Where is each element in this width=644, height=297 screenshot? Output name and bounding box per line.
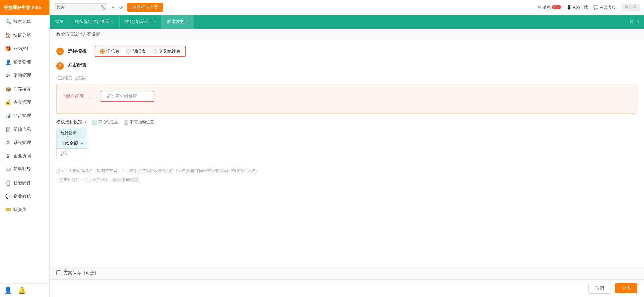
sidebar-bottom-icon2[interactable]: 🔔 (18, 286, 26, 294)
marketing-icon: 🎁 (5, 46, 11, 51)
tips-line1: 提示： 1.拖动标题栏可以调整布局，不可跨维度或指标区域拖动栏目字段(只能在同一… (56, 167, 637, 175)
step2-label: 方案配置 (68, 62, 87, 68)
sidebar-item-corp-collab[interactable]: 🖥 企业协同 (0, 149, 49, 163)
newbie-icon: 📖 (5, 167, 11, 172)
topbar: 🔍 ▼ ⚙ 体验行业方案 ✉ 消息 99+ 📱 App下载 💬 在线客服 用户名 (50, 0, 644, 15)
legend-draggable: 可拖动位置 (92, 119, 118, 125)
step1-num: 1 (56, 48, 64, 55)
app-download-btn[interactable]: 📱 App下载 (567, 5, 588, 10)
save-checkbox[interactable] (56, 270, 61, 275)
tab-home-label: 首页 (55, 19, 64, 25)
step2-num: 2 (56, 62, 64, 70)
sidebar-item-purchase[interactable]: 🛍 采购管理 (0, 69, 49, 82)
dimension-arrow: —— (88, 94, 97, 99)
save-label: 方案保存（可选） (64, 270, 99, 276)
tab-expand-icon[interactable]: ⤢ (636, 19, 640, 24)
sidebar-item-sales[interactable]: 👤 销售管理 (0, 55, 49, 69)
tab-bank-flow-close[interactable]: × (112, 19, 114, 24)
sidebar-item-label: 企业协同 (13, 153, 31, 159)
sidebar-item-label: 畅会员 (13, 207, 26, 213)
footer: 方案保存（可选） (50, 266, 644, 279)
sidebar-bottom-icon1[interactable]: 👤 (4, 286, 12, 294)
message-btn[interactable]: ✉ 消息 99+ (538, 5, 561, 10)
tab-receipt-stat[interactable]: 收款情况统计 × (120, 15, 161, 29)
sidebar-item-label: 系统管理 (13, 140, 31, 146)
search-input[interactable] (54, 3, 107, 11)
logo-tag: 标准版 (32, 5, 42, 10)
tab-new-plan[interactable]: 新建方案 × (161, 15, 194, 29)
service-btn[interactable]: 💬 在线客服 (593, 5, 616, 10)
operations-icon: 📊 (5, 113, 11, 118)
form-area: 1 选择模板 汇总表 明细表 交叉统计表 (50, 40, 644, 266)
sidebar-item-inventory[interactable]: 📦 库存核算 (0, 82, 49, 96)
sidebar-item-label: 资金管理 (13, 99, 31, 105)
dimension-area: 纵向维度 —— 请选择分组维度 (56, 84, 637, 114)
user-name[interactable]: 用户名 (621, 4, 640, 11)
tab-new-plan-label: 新建方案 (167, 19, 184, 25)
app-label: App下载 (573, 5, 588, 10)
radio-detail-circle (126, 49, 131, 54)
step2-row: 2 方案配置 (56, 62, 637, 70)
sidebar-item-basic-info[interactable]: 📋 基础信息 (0, 122, 49, 136)
message-icon: ✉ (538, 5, 541, 10)
system-icon: ⚙ (5, 140, 11, 145)
app-icon: 📱 (567, 5, 572, 10)
sidebar-item-quick-nav[interactable]: 🏠 快捷导航 (0, 29, 49, 42)
gear-icon[interactable]: ⚙ (119, 4, 123, 11)
topbar-dropdown-arrow[interactable]: ▼ (111, 6, 115, 9)
search-menu-icon: 🔍 (5, 19, 11, 24)
basic-info-icon: 📋 (5, 127, 11, 132)
sidebar-bottom: 👤 🔔 (0, 283, 49, 297)
tab-right-controls: ✕ ⤢ (625, 15, 644, 29)
inventory-icon: 📦 (5, 86, 11, 92)
sidebar-item-label: 营销推广 (13, 46, 31, 52)
metrics-cell-amount[interactable]: 收款金额 ▾ (57, 138, 87, 149)
radio-crosstab[interactable]: 交叉统计表 (152, 48, 180, 54)
metric-name: 收款金额 (61, 140, 78, 146)
dimension-select[interactable]: 请选择分组维度 (101, 91, 154, 102)
metrics-title-text: 模板指标设定（ (56, 119, 87, 125)
config-section: 汇总维度（必选） 纵向维度 —— 请选择分组维度 模板指标设定（ (56, 75, 637, 184)
tab-close-window-icon[interactable]: ✕ (629, 19, 633, 24)
sidebar-logo: 畅捷通好生意 标准版 (0, 0, 49, 15)
radio-summary-label: 汇总表 (106, 48, 119, 54)
sidebar-item-label: 销售管理 (13, 59, 31, 65)
radio-summary[interactable]: 汇总表 (100, 48, 119, 54)
radio-crosstab-circle (152, 49, 157, 54)
sidebar-item-search-menu[interactable]: 🔍 搜索菜单 (0, 15, 49, 29)
dimension-row: 纵向维度 —— 请选择分组维度 (63, 91, 630, 102)
sidebar-item-newbie[interactable]: 📖 新手引导 (0, 163, 49, 176)
sidebar-item-system[interactable]: ⚙ 系统管理 (0, 136, 49, 149)
funds-icon: 💰 (5, 100, 11, 105)
service-icon: 💬 (593, 5, 598, 10)
tab-receipt-stat-close[interactable]: × (153, 19, 156, 24)
sidebar-item-membership[interactable]: 💳 畅会员 (0, 203, 49, 216)
smart-hw-icon: ⌚ (5, 180, 11, 186)
tab-new-plan-close[interactable]: × (186, 19, 189, 24)
sidebar: 畅捷通好生意 标准版 🔍 搜索菜单 🏠 快捷导航 🎁 营销推广 👤 销售管理 🛍… (0, 0, 50, 297)
query-button[interactable]: 查询 (615, 283, 637, 293)
sidebar-item-funds[interactable]: 💰 资金管理 (0, 96, 49, 109)
tabbar: 首页 现金银行流水查询 × 收款情况统计 × 新建方案 × ✕ ⤢ (50, 15, 644, 29)
sidebar-item-operations[interactable]: 📊 经营管理 (0, 109, 49, 122)
cancel-button[interactable]: 取消 (588, 283, 611, 294)
tab-bank-flow[interactable]: 现金银行流水查询 × (69, 15, 120, 29)
trial-button[interactable]: 体验行业方案 (127, 3, 163, 12)
metric-dropdown-icon[interactable]: ▾ (81, 141, 83, 146)
corp-collab-icon: 🖥 (5, 153, 11, 159)
radio-summary-circle (100, 49, 105, 54)
sales-icon: 👤 (5, 59, 11, 65)
sidebar-item-label: 基础信息 (13, 126, 31, 132)
radio-detail[interactable]: 明细表 (126, 48, 146, 54)
sidebar-item-smart-hw[interactable]: ⌚ 智能硬件 (0, 176, 49, 190)
metrics-config: 模板指标设定（ 可拖动位置 不可拖动位置） 统计指标 (56, 119, 637, 160)
sidebar-item-corp-wechat[interactable]: 💬 企业微信 (0, 190, 49, 203)
radio-detail-label: 明细表 (132, 48, 146, 54)
sidebar-item-label: 智能硬件 (13, 180, 31, 186)
membership-icon: 💳 (5, 207, 11, 212)
tab-home[interactable]: 首页 (50, 15, 69, 29)
sidebar-item-marketing[interactable]: 🎁 营销推广 (0, 42, 49, 55)
sidebar-item-label: 快捷导航 (13, 32, 31, 38)
legend-draggable-label: 可拖动位置 (98, 119, 118, 125)
metrics-header-label: 统计指标 (61, 131, 77, 135)
